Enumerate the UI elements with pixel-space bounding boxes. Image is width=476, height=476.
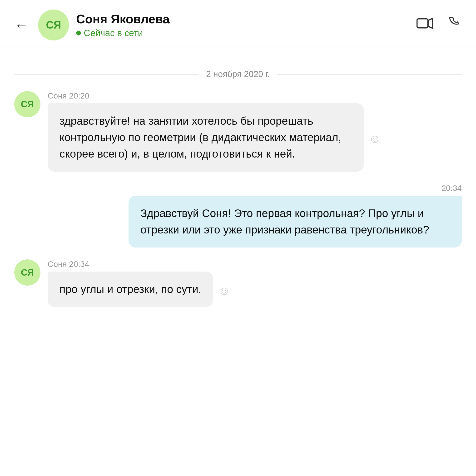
- sender-avatar-3: СЯ: [14, 259, 40, 286]
- message-group-1: СЯ Соня 20:20 здравствуйте! на занятии х…: [14, 91, 462, 171]
- message-content-3: Соня 20:34 про углы и отрезки, по сути. …: [48, 259, 230, 307]
- message-row-3: про углы и отрезки, по сути. ☺: [48, 272, 230, 307]
- contact-info: Соня Яковлева Сейчас в сети: [76, 12, 416, 38]
- sender-avatar-1: СЯ: [14, 91, 40, 117]
- message-content-2: 20:34 Здравствуй Соня! Это первая контро…: [129, 184, 462, 248]
- message-row-1: здравствуйте! на занятии хотелось бы про…: [48, 103, 381, 171]
- header-actions: [416, 16, 462, 34]
- date-label: 2 ноября 2020 г.: [206, 69, 270, 79]
- status-dot-icon: [76, 31, 81, 35]
- message-meta-3: Соня 20:34: [48, 259, 230, 269]
- video-call-icon[interactable]: [416, 17, 433, 33]
- contact-avatar: СЯ: [38, 10, 69, 40]
- chat-area: 2 ноября 2020 г. СЯ Соня 20:20 здравству…: [0, 48, 476, 328]
- message-meta-1: Соня 20:20: [48, 91, 381, 101]
- reaction-icon-3: ☺: [218, 284, 230, 298]
- contact-status: Сейчас в сети: [76, 28, 416, 38]
- message-bubble-1: здравствуйте! на занятии хотелось бы про…: [48, 103, 364, 171]
- message-bubble-3: про углы и отрезки, по сути.: [48, 272, 213, 307]
- svg-rect-0: [417, 19, 428, 28]
- message-bubble-2: Здравствуй Соня! Это первая контрольная?…: [129, 196, 462, 248]
- date-divider: 2 ноября 2020 г.: [14, 69, 462, 79]
- message-content-1: Соня 20:20 здравствуйте! на занятии хоте…: [48, 91, 381, 171]
- divider-line-right: [277, 74, 462, 74]
- contact-name: Соня Яковлева: [76, 12, 416, 26]
- message-meta-2: 20:34: [442, 184, 462, 193]
- divider-line-left: [14, 74, 199, 74]
- phone-call-icon[interactable]: [447, 16, 462, 34]
- message-row-2: Здравствуй Соня! Это первая контрольная?…: [129, 196, 462, 248]
- svg-marker-1: [428, 18, 433, 28]
- back-button[interactable]: ←: [14, 17, 29, 33]
- message-group-3: СЯ Соня 20:34 про углы и отрезки, по сут…: [14, 259, 462, 307]
- chat-header: ← СЯ Соня Яковлева Сейчас в сети: [0, 0, 476, 48]
- reaction-icon-1: ☺: [369, 132, 381, 146]
- message-group-2: 20:34 Здравствуй Соня! Это первая контро…: [14, 184, 462, 248]
